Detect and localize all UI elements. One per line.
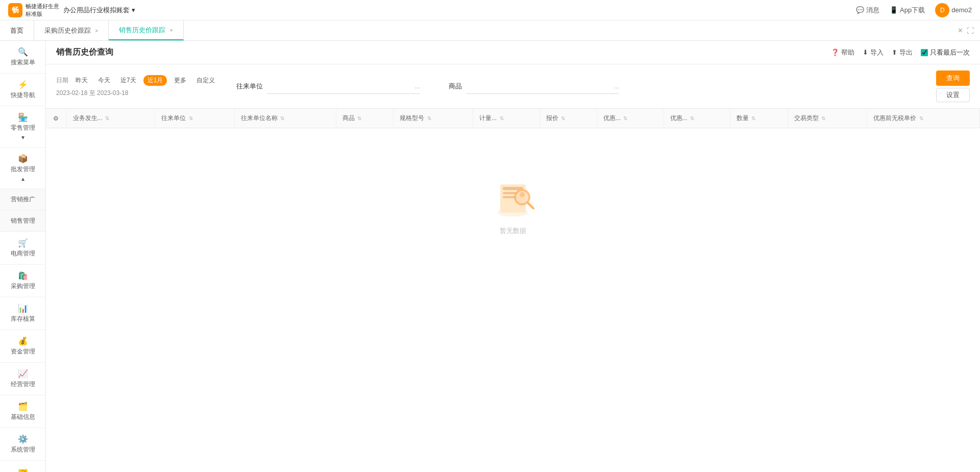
tab-sales-history[interactable]: 销售历史价跟踪 × (109, 20, 183, 40)
export-button[interactable]: ⬆ 导出 (892, 48, 913, 57)
th-product[interactable]: 商品 ⇅ (336, 109, 394, 128)
sidebar-label-inventory: 库存核算 (11, 315, 35, 323)
th-partner-name[interactable]: 往来单位名称 ⇅ (235, 109, 336, 128)
sidebar-item-wholesale-mgmt[interactable]: 📦 批发管理 ▴ (0, 148, 45, 189)
sidebar-item-basic-info[interactable]: 🗂️ 基础信息 (0, 395, 45, 428)
partner-input[interactable] (267, 79, 414, 93)
sort-quantity-icon: ⇅ (751, 115, 755, 121)
sidebar-label-quick-nav: 快捷导航 (11, 91, 35, 100)
date-filter-group: 日期 昨天 今天 近7天 近1月 更多 自定义 2023-02-18 至 202… (56, 75, 218, 98)
retail-icon: 🏪 (18, 112, 28, 122)
wholesale-icon: 📦 (18, 154, 28, 163)
sidebar-item-operations[interactable]: 📈 经营管理 (0, 363, 45, 395)
sidebar-item-quick-nav[interactable]: ⚡ 快捷导航 (0, 74, 45, 106)
tab-purchase-close-icon[interactable]: × (95, 28, 98, 34)
data-table: ⚙ 业务发生... ⇅ 往来单位 ⇅ 往来单位名称 ⇅ (46, 109, 980, 128)
date-btn-custom[interactable]: 自定义 (193, 75, 218, 86)
sidebar-label-search-menu: 搜索菜单 (11, 58, 35, 67)
date-btn-7days[interactable]: 近7天 (117, 75, 139, 86)
th-spec[interactable]: 规格型号 ⇅ (394, 109, 473, 128)
app-selector[interactable]: 办公用品行业模拟账套 ▾ (63, 6, 135, 15)
logo-area: 畅 畅捷通好生意 标准版 (8, 3, 59, 17)
msg-button[interactable]: 💬 消息 (856, 6, 879, 15)
date-btn-today[interactable]: 今天 (95, 75, 113, 86)
sidebar-item-search-menu[interactable]: 🔍 搜索菜单 (0, 41, 45, 74)
tab-bar: 首页 采购历史价跟踪 × 销售历史价跟踪 × × ⛶ (0, 20, 980, 41)
only-last-checkbox[interactable]: 只看最后一次 (921, 48, 970, 57)
th-trade-type-label: 交易类型 (794, 114, 819, 122)
tab-purchase-history[interactable]: 采购历史价跟踪 × (34, 20, 109, 40)
th-biz-date[interactable]: 业务发生... ⇅ (66, 109, 155, 128)
sidebar-item-sys-mgmt[interactable]: ⚙️ 系统管理 (0, 428, 45, 461)
product-filter: 商品 ... (449, 79, 619, 94)
date-btn-yesterday[interactable]: 昨天 (72, 75, 91, 86)
th-partner-name-label: 往来单位名称 (241, 114, 278, 122)
table-container: ⚙ 业务发生... ⇅ 往来单位 ⇅ 往来单位名称 ⇅ (46, 109, 980, 472)
sidebar-item-inventory[interactable]: 📊 库存核算 (0, 297, 45, 330)
th-unit[interactable]: 计量... ⇅ (473, 109, 540, 128)
empty-icon (487, 169, 538, 220)
date-label: 日期 (56, 76, 68, 85)
tab-home-label: 首页 (10, 26, 23, 35)
sidebar-item-enterprise[interactable]: 🤝 企业协同 (0, 461, 45, 472)
tab-sales-close-icon[interactable]: × (169, 27, 173, 33)
sidebar-label-finance: 资金管理 (11, 347, 35, 356)
th-trade-type[interactable]: 交易类型 ⇅ (788, 109, 867, 128)
sys-icon: ⚙️ (18, 434, 28, 444)
quick-nav-icon: ⚡ (18, 80, 28, 89)
query-button[interactable]: 查询 (936, 70, 970, 86)
date-btn-1month[interactable]: 近1月 (143, 75, 167, 86)
finance-icon: 💰 (18, 336, 28, 346)
sidebar-label-operations: 经营管理 (11, 380, 35, 389)
help-button[interactable]: ❓ 帮助 (831, 48, 854, 57)
table-header-row: ⚙ 业务发生... ⇅ 往来单位 ⇅ 往来单位名称 ⇅ (46, 109, 980, 128)
svg-line-7 (528, 203, 533, 208)
top-bar: 畅 畅捷通好生意 标准版 办公用品行业模拟账套 ▾ 💬 消息 📱 App下载 D… (0, 0, 980, 20)
th-discount2[interactable]: 优惠... ⇅ (664, 109, 730, 128)
product-input[interactable] (466, 79, 614, 93)
export-icon: ⬆ (892, 49, 897, 56)
sidebar-item-ecom-mgmt[interactable]: 🛒 电商管理 (0, 232, 45, 265)
wholesale-arrow-icon: ▴ (21, 175, 24, 182)
sidebar-label-retail: 零售管理 (11, 124, 35, 132)
svg-point-8 (520, 192, 525, 197)
search-menu-icon: 🔍 (18, 47, 28, 57)
help-icon: ❓ (831, 49, 839, 56)
partner-label: 往来单位 (236, 82, 263, 91)
only-last-input[interactable] (921, 49, 928, 56)
fullscreen-icon[interactable]: ⛶ (967, 27, 974, 35)
user-area[interactable]: D demo2 (935, 3, 972, 17)
th-price[interactable]: 报价 ⇅ (540, 109, 597, 128)
sort-unit-icon: ⇅ (500, 115, 504, 121)
sidebar-item-purchase-mgmt[interactable]: 🛍️ 采购管理 (0, 265, 45, 297)
settings-button[interactable]: 设置 (936, 88, 970, 102)
close-window-icon[interactable]: × (958, 26, 963, 35)
sidebar-item-sales-mgmt[interactable]: 销售管理 (0, 210, 45, 232)
gear-icon: ⚙ (53, 115, 59, 122)
th-pre-tax-price[interactable]: 优惠前无税单价 ⇅ (867, 109, 980, 128)
enterprise-icon: 🤝 (18, 467, 28, 472)
sidebar-item-retail-mgmt[interactable]: 🏪 零售管理 ▾ (0, 106, 45, 148)
ecom-icon: 🛒 (18, 238, 28, 248)
sort-trade-type-icon: ⇅ (821, 115, 825, 121)
sort-partner-code-icon: ⇅ (189, 115, 193, 121)
th-unit-label: 计量... (479, 114, 497, 122)
th-discount1[interactable]: 优惠... ⇅ (597, 109, 664, 128)
th-partner-code[interactable]: 往来单位 ⇅ (155, 109, 235, 128)
import-button[interactable]: ⬇ 导入 (863, 48, 884, 57)
sort-pre-tax-price-icon: ⇅ (919, 115, 923, 121)
app-download-button[interactable]: 📱 App下载 (890, 6, 925, 15)
th-gear[interactable]: ⚙ (46, 109, 66, 128)
tab-home[interactable]: 首页 (0, 20, 34, 40)
sidebar-label-sys: 系统管理 (11, 445, 35, 454)
th-discount2-label: 优惠... (670, 114, 688, 122)
sidebar-item-finance[interactable]: 💰 资金管理 (0, 330, 45, 363)
partner-dots: ... (415, 82, 421, 90)
sidebar-item-marketing[interactable]: 营销推广 (0, 189, 45, 210)
sidebar-label-basic-info: 基础信息 (11, 413, 35, 421)
dropdown-arrow-icon: ▾ (132, 6, 135, 14)
th-quantity[interactable]: 数量 ⇅ (730, 109, 788, 128)
purchase-icon: 🛍️ (18, 271, 28, 280)
date-btn-more[interactable]: 更多 (171, 75, 189, 86)
date-range: 2023-02-18 至 2023-03-18 (56, 89, 218, 98)
